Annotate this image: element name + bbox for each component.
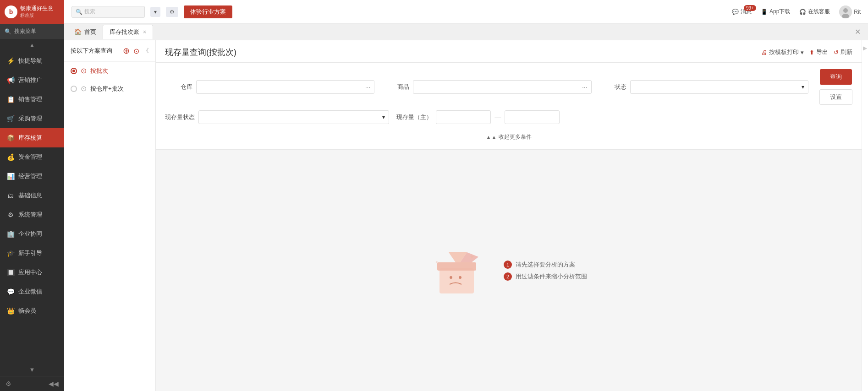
industry-btn[interactable]: 体验行业方案 <box>184 5 232 18</box>
topbar-right: 💬 消息 99+ 📱 App下载 🎧 在线客服 <box>732 5 861 18</box>
sidebar-item-wechat[interactable]: 💬 企业微信 <box>0 282 64 301</box>
filter-item-by-batch[interactable]: ⊙ 按批次 <box>64 62 155 80</box>
refresh-btn[interactable]: ↺ 刷新 <box>834 48 852 56</box>
empty-svg: ✦ ✦ <box>430 243 485 298</box>
sidebar-item-enterprise[interactable]: 🏢 企业协同 <box>0 224 64 244</box>
enterprise-icon: 🏢 <box>6 230 15 238</box>
svg-point-8 <box>459 276 461 279</box>
tip-text-2: 用过滤条件来缩小分析范围 <box>516 272 587 281</box>
inventory-status-select[interactable]: ▾ <box>198 110 389 124</box>
filter-item-by-warehouse-batch[interactable]: ⊙ 按仓库+批次 <box>64 80 155 98</box>
settings-btn[interactable]: ⚙ <box>166 7 178 17</box>
export-btn[interactable]: ⬆ 导出 <box>809 48 828 56</box>
basic-icon: 🗂 <box>6 191 15 200</box>
system-icon: ⚙ <box>6 211 15 219</box>
sidebar-item-label: 应用中心 <box>18 268 42 277</box>
sidebar-search-label: 搜索菜单 <box>14 27 36 35</box>
dropdown-btn[interactable]: ▾ <box>150 7 160 17</box>
radio-by-batch <box>71 68 77 74</box>
sidebar-item-member[interactable]: 👑 畅会员 <box>0 301 64 320</box>
newbie-icon: 🎓 <box>6 249 15 257</box>
quantity-max-input[interactable] <box>505 110 560 124</box>
empty-tip-2: 2 用过滤条件来缩小分析范围 <box>504 272 587 281</box>
quantity-min-input[interactable] <box>436 110 491 124</box>
app-edition: 标准版 <box>20 12 53 19</box>
scheme-settings-btn[interactable]: ⊙ <box>133 47 139 55</box>
search-placeholder: 搜索 <box>84 8 95 16</box>
app-logo: b <box>5 5 17 18</box>
sidebar-item-finance[interactable]: 💰 资金管理 <box>0 147 64 167</box>
tab-inventory-batch[interactable]: 库存批次账 × <box>103 25 153 39</box>
sidebar-item-label: 系统管理 <box>18 211 42 219</box>
print-icon: 🖨 <box>761 49 767 56</box>
collapse-more-btn[interactable]: ▲▲ 收起更多条件 <box>165 130 852 143</box>
sidebar-item-sales[interactable]: 📋 销售管理 <box>0 90 64 109</box>
svg-text:✦: ✦ <box>435 260 439 265</box>
settings-button[interactable]: 设置 <box>819 89 852 105</box>
sidebar-item-appcenter[interactable]: 🔲 应用中心 <box>0 263 64 282</box>
svg-rect-3 <box>439 268 474 293</box>
query-button[interactable]: 查询 <box>820 69 852 85</box>
query-area: 现存量查询(按批次) 🖨 按模板打印 ▾ ⬆ 导出 ↺ 刷新 <box>156 40 862 391</box>
warehouse-input[interactable]: ··· <box>196 80 374 94</box>
settings-icon[interactable]: ⚙ <box>5 380 11 387</box>
sidebar-item-quicknav[interactable]: ⚡ 快捷导航 <box>0 51 64 71</box>
tab-close-btn[interactable]: × <box>143 29 146 35</box>
svg-point-1 <box>843 8 848 13</box>
quantity-label: 现存量（主） <box>396 113 432 121</box>
add-scheme-btn[interactable]: ⊕ <box>123 46 130 56</box>
messages-btn[interactable]: 💬 消息 99+ <box>732 8 752 16</box>
finance-icon: 💰 <box>6 153 15 161</box>
batch-icon: ⊙ <box>81 66 87 75</box>
app-download-btn[interactable]: 📱 App下载 <box>761 8 790 16</box>
sidebar-item-marketing[interactable]: 📢 营销推广 <box>0 71 64 90</box>
tip-number-1: 1 <box>504 261 512 269</box>
collapse-label: 收起更多条件 <box>499 133 532 141</box>
print-label: 按模板打印 <box>769 48 799 56</box>
user-profile-btn[interactable]: Rit <box>839 5 861 18</box>
scroll-down-btn[interactable]: ▼ <box>0 364 64 376</box>
product-label: 商品 <box>382 83 409 91</box>
sidebar-item-newbie[interactable]: 🎓 新手引导 <box>0 244 64 263</box>
print-btn[interactable]: 🖨 按模板打印 ▾ <box>761 48 804 56</box>
gear-icon: ⚙ <box>170 9 175 15</box>
sidebar-item-basic[interactable]: 🗂 基础信息 <box>0 186 64 205</box>
empty-state: ✦ ✦ 1 请先选择要分析的方案 2 用过滤条件来缩小分析范围 <box>156 150 862 391</box>
messages-badge: 99+ <box>744 5 756 11</box>
online-support-btn[interactable]: 🎧 在线客服 <box>799 8 830 16</box>
print-dropdown-icon: ▾ <box>801 49 804 56</box>
app-download-label: App下载 <box>769 8 790 16</box>
right-chevron-icon: ▶ <box>863 45 867 51</box>
sidebar-item-label: 资金管理 <box>18 153 42 161</box>
product-input[interactable]: ··· <box>413 80 591 94</box>
operations-icon: 📊 <box>6 172 15 180</box>
inventory-icon: 📦 <box>6 134 15 142</box>
product-expand-icon: ··· <box>582 83 588 91</box>
filter-row-1: 仓库 ··· 商品 ··· 状态 <box>165 69 852 105</box>
sidebar-item-system[interactable]: ⚙ 系统管理 <box>0 205 64 224</box>
global-search[interactable]: 🔍 搜索 <box>71 6 145 18</box>
sidebar-item-label: 企业协同 <box>18 230 42 238</box>
svg-rect-4 <box>437 262 476 271</box>
collapse-sidebar-icon[interactable]: ◀◀ <box>49 380 59 387</box>
sidebar-footer: ⚙ ◀◀ <box>0 376 64 391</box>
svg-text:✦: ✦ <box>469 253 475 261</box>
query-header-actions: 🖨 按模板打印 ▾ ⬆ 导出 ↺ 刷新 <box>761 48 852 56</box>
status-select[interactable]: ▾ <box>630 80 808 94</box>
search-icon: 🔍 <box>76 9 82 15</box>
close-panel-btn[interactable]: ✕ <box>855 27 861 36</box>
export-label: 导出 <box>816 48 828 56</box>
sidebar-item-purchase[interactable]: 🛒 采购管理 <box>0 109 64 128</box>
right-scroll-panel[interactable]: ▶ <box>862 40 868 391</box>
quantity-separator: — <box>494 114 501 121</box>
topbar: 🔍 搜索 ▾ ⚙ 体验行业方案 💬 消息 99+ 📱 App下载 🎧 <box>64 0 868 24</box>
collapse-filter-btn[interactable]: 《 <box>143 47 149 55</box>
scroll-up-btn[interactable]: ▲ <box>0 39 64 51</box>
inventory-status-field: 现存量状态 ▾ <box>165 110 389 124</box>
sidebar-item-label: 畅会员 <box>18 307 36 315</box>
sidebar-item-inventory[interactable]: 📦 库存核算 <box>0 128 64 147</box>
sidebar-search[interactable]: 🔍 搜索菜单 <box>0 24 64 39</box>
tab-home[interactable]: 🏠 首页 <box>68 25 103 39</box>
product-field: 商品 ··· <box>382 80 591 94</box>
sidebar-item-operations[interactable]: 📊 经营管理 <box>0 167 64 186</box>
